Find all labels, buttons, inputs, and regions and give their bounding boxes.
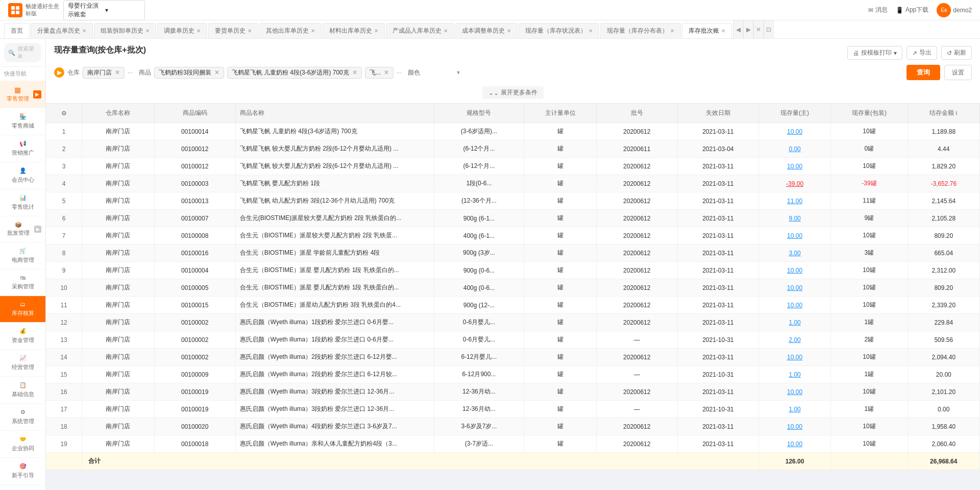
sidebar-item-collab[interactable]: 🤝 企业协同 <box>0 431 45 458</box>
search-input-box[interactable]: 🔍 搜索菜单 <box>4 43 41 62</box>
row-num: 8 <box>46 244 82 262</box>
user-avatar[interactable]: Ea demo2 <box>937 3 972 17</box>
sidebar-item-marketing[interactable]: 📢 营销推广 <box>0 135 45 162</box>
tab-prev-btn[interactable]: ◀ <box>733 20 743 38</box>
row-spec: 1段(0-6... <box>434 175 524 192</box>
sidebar-item-wholesale[interactable]: 📦 批发管理 ▶ <box>0 216 45 242</box>
remove-product-filter-icon[interactable]: ✕ <box>214 69 219 76</box>
tab-4[interactable]: 要货单历史 ✕ <box>208 23 258 38</box>
tab-1[interactable]: 分量盘点单历史 ✕ <box>31 23 93 38</box>
tab-9[interactable]: 现存量（库存状况表） ✕ <box>519 23 599 38</box>
row-stock-main[interactable]: 0.00 <box>758 140 830 158</box>
sidebar-item-retail-mall[interactable]: 🏪 零售商城 <box>0 108 45 135</box>
tab-home[interactable]: 首页 <box>4 23 30 38</box>
tab-3[interactable]: 调拨单历史 ✕ <box>157 23 207 38</box>
row-stock-main[interactable]: 10.00 <box>758 349 830 366</box>
tab-2[interactable]: 组装拆卸单历史 ✕ <box>94 23 156 38</box>
tab-close-icon[interactable]: ✕ <box>721 28 725 34</box>
store-selector[interactable]: 母婴行业演示账套 ▾ <box>63 0 145 20</box>
remove-warehouse-filter-icon[interactable]: ✕ <box>115 69 120 76</box>
refresh-btn[interactable]: ↺ 刷新 <box>941 46 972 60</box>
row-name: 惠氏启颜（Wyeth illuma）1段奶粉 爱尔兰进口 0-6月婴... <box>235 314 434 331</box>
sidebar-item-basic-info[interactable]: 📋 基础信息 <box>0 377 45 404</box>
tab-close-icon[interactable]: ✕ <box>197 28 201 34</box>
product-filter-tag-2[interactable]: 飞鹤星飞帆 儿童奶粉 4段(3-6岁适用) 700克 ✕ <box>227 67 362 79</box>
product-filter-tag-1[interactable]: 飞鹤奶粉3段同捆装 ✕ <box>154 67 224 79</box>
tab-more-btn[interactable]: ⊡ <box>764 20 774 38</box>
sidebar-item-label: 会员中心 <box>12 176 34 184</box>
sidebar-item-system[interactable]: ⚙ 系统管理 <box>0 404 45 431</box>
row-stock-main[interactable]: 10.00 <box>758 279 830 297</box>
sidebar-item-retail-stats[interactable]: 📊 零售统计 <box>0 189 45 216</box>
sidebar-item-finance[interactable]: 💰 资金管理 <box>0 323 45 350</box>
tab-close-icon[interactable]: ✕ <box>374 28 378 34</box>
sidebar-item-ecommerce[interactable]: 🛒 电商管理 <box>0 242 45 270</box>
row-stock-main[interactable]: 1.00 <box>758 401 830 418</box>
tab-5[interactable]: 其他出库单历史 ✕ <box>259 23 322 38</box>
tab-close-icon[interactable]: ✕ <box>670 28 674 34</box>
tab-8[interactable]: 成本调整单历史 ✕ <box>455 23 518 38</box>
row-stock-main[interactable]: -39.00 <box>758 175 830 192</box>
tab-close-icon[interactable]: ✕ <box>444 28 448 34</box>
row-stock-main[interactable]: 1.00 <box>758 366 830 383</box>
row-stock-main[interactable]: 10.00 <box>758 435 830 453</box>
tab-next-btn[interactable]: ▶ <box>743 20 753 38</box>
row-stock-main[interactable]: 10.00 <box>758 383 830 401</box>
product-filter-tag-3[interactable]: 飞... ✕ <box>365 67 394 79</box>
col-header-settings[interactable]: ⚙ <box>46 104 82 123</box>
query-btn[interactable]: 查询 <box>906 65 940 80</box>
expand-more-btn[interactable]: ⌄⌄ 展开更多条件 <box>482 86 544 99</box>
tab-close-icon[interactable]: ✕ <box>507 28 511 34</box>
sidebar-item-business[interactable]: 📈 经营管理 <box>0 350 45 377</box>
table-row: 10南岸门店00100005合生元（BIOSTIME）派星 婴儿配方奶粉 1段 … <box>46 279 980 297</box>
tab-close-all-btn[interactable]: ✕ <box>753 20 764 38</box>
sidebar-item-apps[interactable]: 📱 应用中心 <box>0 485 45 490</box>
tab-close-icon[interactable]: ✕ <box>311 28 315 34</box>
row-stock-main[interactable]: 1.00 <box>758 314 830 331</box>
export-btn[interactable]: ↗ 导出 <box>906 46 937 60</box>
row-stock-main[interactable]: 11.00 <box>758 192 830 210</box>
tab-close-icon[interactable]: ✕ <box>82 28 86 34</box>
sidebar-item-purchase[interactable]: 🛍 采购管理 <box>0 270 45 296</box>
row-stock-main[interactable]: 10.00 <box>758 158 830 175</box>
settings-icon[interactable]: ⚙ <box>61 110 67 117</box>
tab-close-icon[interactable]: ✕ <box>248 28 252 34</box>
tab-11[interactable]: 库存批次账 ✕ <box>682 23 732 39</box>
sidebar-item-inventory[interactable]: 🗂 库存核算 <box>0 296 45 323</box>
tab-close-icon[interactable]: ✕ <box>589 28 593 34</box>
remove-product-filter-icon[interactable]: ✕ <box>384 69 389 76</box>
expand-arrow-icon[interactable]: ▶ <box>34 226 41 233</box>
app-download-btn[interactable]: 📱 App下载 <box>896 6 928 14</box>
expand-arrow-icon[interactable]: ▶ <box>33 90 41 99</box>
row-stock-pkg: 1罐 <box>831 401 908 418</box>
row-stock-pkg: 11罐 <box>831 192 908 210</box>
expand-filter-btn[interactable]: ▶ <box>54 67 64 78</box>
settings-btn[interactable]: 设置 <box>944 65 972 80</box>
warehouse-filter-tag[interactable]: 南岸门店 ✕ <box>83 67 125 79</box>
row-stock-main[interactable]: 9.00 <box>758 210 830 227</box>
row-stock-main[interactable]: 10.00 <box>758 418 830 435</box>
print-template-btn[interactable]: 🖨 按模板打印 ▾ <box>847 46 902 60</box>
row-stock-main[interactable]: 10.00 <box>758 262 830 279</box>
tab-7[interactable]: 产成品入库单历史 ✕ <box>386 23 454 38</box>
row-batch: 20200612 <box>596 279 677 297</box>
sidebar-item-member[interactable]: 👤 会员中心 <box>0 162 45 189</box>
tab-6[interactable]: 材料出库单历史 ✕ <box>323 23 385 38</box>
sidebar-search-area[interactable]: 🔍 搜索菜单 <box>0 39 45 67</box>
row-warehouse: 南岸门店 <box>82 314 154 331</box>
message-btn[interactable]: ✉ 消息 <box>868 6 888 14</box>
tab-10[interactable]: 现存量（库存分布表） ✕ <box>600 23 681 38</box>
row-stock-main[interactable]: 3.00 <box>758 244 830 262</box>
row-stock-main[interactable]: 2.00 <box>758 331 830 349</box>
row-code: 00100007 <box>154 210 235 227</box>
row-stock-main[interactable]: 10.00 <box>758 297 830 314</box>
row-stock-main[interactable]: 10.00 <box>758 123 830 140</box>
row-stock-pkg: 10罐 <box>831 297 908 314</box>
tab-close-icon[interactable]: ✕ <box>145 28 150 34</box>
remove-product-filter-icon[interactable]: ✕ <box>352 69 357 76</box>
row-stock-main[interactable]: 10.00 <box>758 227 830 244</box>
sidebar-item-guide[interactable]: 🎯 新手引导 <box>0 458 45 485</box>
table-container[interactable]: ⚙ 仓库名称 商品编码 商品名称 规格型号 主计量单位 批号 失效日期 现存量(… <box>46 104 980 490</box>
sidebar-item-retail-mgmt[interactable]: ▦ 零售管理 ▶ <box>0 81 45 108</box>
row-num: 13 <box>46 331 82 349</box>
